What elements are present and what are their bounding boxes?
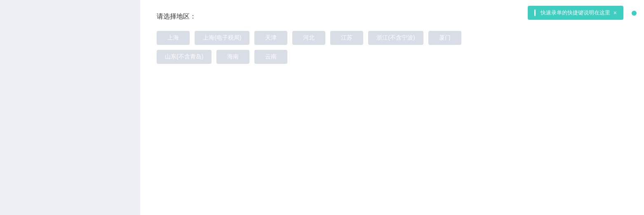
region-row-1: 上海上海(电子税局)天津河北江苏浙江(不含宁波)厦门 bbox=[157, 31, 628, 45]
region-row-2: 山东(不含青岛)海南云南 bbox=[157, 50, 628, 64]
region-button-shanghai-etax[interactable]: 上海(电子税局) bbox=[195, 31, 249, 45]
region-button-xiamen[interactable]: 厦门 bbox=[428, 31, 461, 45]
main-content: 请选择地区： 上海上海(电子税局)天津河北江苏浙江(不含宁波)厦门 山东(不含青… bbox=[140, 0, 644, 215]
region-button-shanghai[interactable]: 上海 bbox=[157, 31, 190, 45]
left-sidebar bbox=[0, 0, 140, 215]
region-button-yunnan[interactable]: 云南 bbox=[254, 50, 287, 64]
tooltip-close-button[interactable]: × bbox=[613, 9, 617, 16]
region-button-jiangsu[interactable]: 江苏 bbox=[330, 31, 363, 45]
tooltip-text: 快速录单的快捷键说明在这里 bbox=[541, 9, 610, 16]
region-button-zhejiang[interactable]: 浙江(不含宁波) bbox=[368, 31, 423, 45]
region-button-hainan[interactable]: 海南 bbox=[216, 50, 249, 64]
tooltip-dot bbox=[632, 11, 637, 16]
tooltip-banner: 快速录单的快捷键说明在这里 × bbox=[528, 6, 623, 20]
region-button-hebei[interactable]: 河北 bbox=[292, 31, 325, 45]
region-button-shandong[interactable]: 山东(不含青岛) bbox=[157, 50, 212, 64]
region-button-tianjin[interactable]: 天津 bbox=[254, 31, 287, 45]
